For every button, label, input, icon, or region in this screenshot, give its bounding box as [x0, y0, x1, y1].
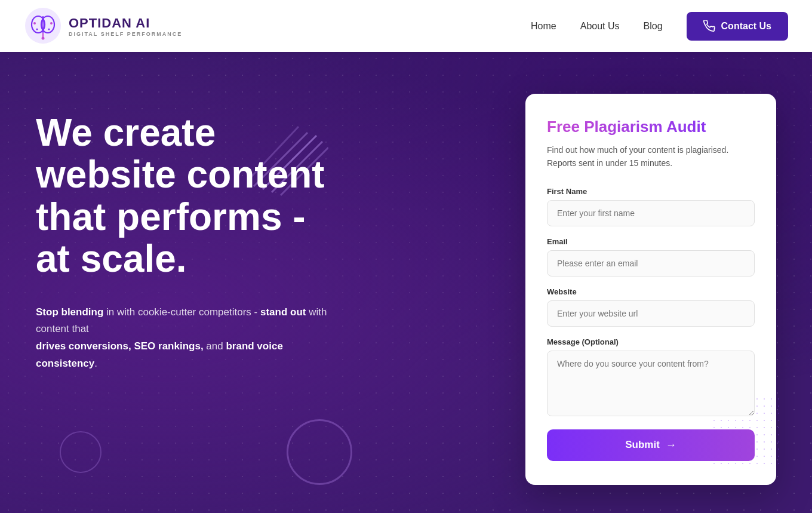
- svg-point-6: [36, 29, 38, 30]
- contact-us-label: Contact Us: [721, 21, 771, 32]
- submit-label: Submit: [625, 439, 660, 451]
- svg-point-4: [33, 22, 36, 24]
- logo[interactable]: OPTIDAN AI DIGITAL SHELF PERFORMANCE: [24, 7, 182, 45]
- website-input[interactable]: [547, 300, 755, 327]
- arrow-right-icon: →: [666, 439, 676, 451]
- message-textarea[interactable]: [547, 351, 755, 416]
- hero-body-part8: .: [94, 358, 97, 369]
- nav-home[interactable]: Home: [531, 21, 556, 32]
- headline-line1: We create: [36, 111, 216, 154]
- hero-stop-blending: Stop blending: [36, 306, 103, 318]
- logo-title: OPTIDAN AI: [69, 16, 182, 31]
- headline-line3: that performs -: [36, 195, 306, 238]
- email-group: Email: [547, 237, 755, 277]
- logo-subtitle: DIGITAL SHELF PERFORMANCE: [69, 31, 182, 37]
- nav-links: Home About Us Blog Contact Us: [531, 12, 788, 41]
- first-name-label: First Name: [547, 187, 755, 196]
- nav-blog[interactable]: Blog: [644, 21, 663, 32]
- hero-body: Stop blending in with cookie-cutter comp…: [36, 304, 346, 373]
- hero-left: We create website content that performs …: [36, 88, 346, 373]
- hero-drives: drives conversions, SEO rankings,: [36, 340, 204, 352]
- nav-about-us[interactable]: About Us: [580, 21, 620, 32]
- message-label: Message (Optional): [547, 337, 755, 346]
- svg-point-7: [48, 29, 50, 30]
- form-title: Free Plagiarism Audit: [547, 118, 755, 136]
- logo-icon: [24, 7, 63, 45]
- hero-section: We create website content that performs …: [0, 52, 812, 513]
- website-label: Website: [547, 287, 755, 296]
- headline-line4: at scale.: [36, 237, 187, 280]
- navbar: OPTIDAN AI DIGITAL SHELF PERFORMANCE Hom…: [0, 0, 812, 52]
- first-name-input[interactable]: [547, 200, 755, 226]
- first-name-group: First Name: [547, 187, 755, 226]
- message-group: Message (Optional): [547, 337, 755, 419]
- email-label: Email: [547, 237, 755, 246]
- contact-us-button[interactable]: Contact Us: [687, 12, 788, 41]
- svg-point-9: [42, 37, 45, 40]
- hero-headline: We create website content that performs …: [36, 112, 346, 280]
- hero-stand-out: stand out: [260, 306, 306, 318]
- circle-small-decoration: [60, 431, 102, 473]
- hero-body-part2: in with cookie-cutter competitors -: [103, 306, 260, 318]
- svg-point-5: [50, 22, 53, 24]
- headline-line2: website content: [36, 153, 325, 196]
- email-input[interactable]: [547, 250, 755, 277]
- form-description: Find out how much of your content is pla…: [547, 143, 755, 170]
- submit-button[interactable]: Submit →: [547, 429, 755, 461]
- circle-decoration: [287, 419, 352, 485]
- phone-icon: [703, 20, 715, 32]
- hero-body-part6: and: [204, 340, 226, 352]
- website-group: Website: [547, 287, 755, 327]
- form-card: Free Plagiarism Audit Find out how much …: [525, 94, 776, 485]
